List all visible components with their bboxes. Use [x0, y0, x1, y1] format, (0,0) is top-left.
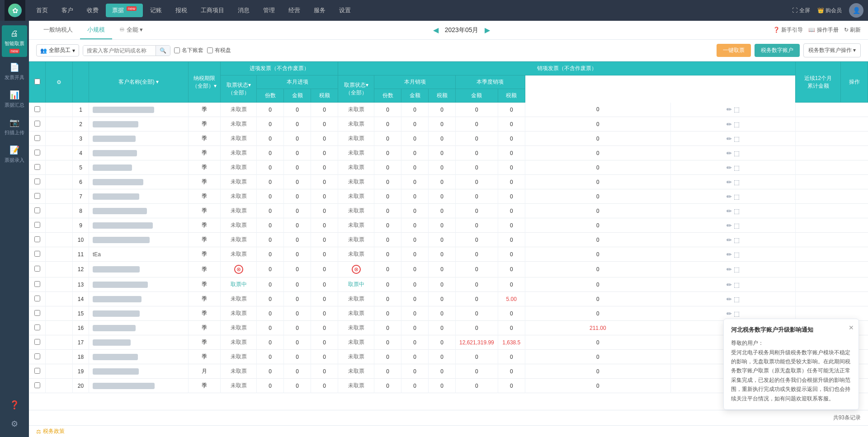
- sidebar-item-invoice-summary[interactable]: 📊 票据汇总: [2, 86, 27, 112]
- row-checkbox[interactable]: [34, 324, 40, 330]
- nav-account[interactable]: 记账: [144, 4, 168, 17]
- under-account-check[interactable]: [174, 47, 180, 53]
- nav-service[interactable]: 服务: [307, 4, 332, 17]
- fullscreen-button[interactable]: ⛶ 全屏: [792, 7, 810, 14]
- sidebar-item-invoice-entry[interactable]: 📝 票据录入: [2, 141, 27, 167]
- edit-icon[interactable]: ✏: [726, 106, 732, 113]
- row-check[interactable]: [29, 233, 46, 247]
- sidebar-item-config[interactable]: ⚙: [2, 415, 27, 432]
- copy-icon[interactable]: ⬚: [734, 251, 740, 258]
- row-check[interactable]: [29, 321, 46, 335]
- row-checkbox[interactable]: [34, 251, 40, 257]
- one-click-ticket-button[interactable]: 一键取票: [717, 44, 751, 57]
- copy-icon[interactable]: ⬚: [734, 106, 740, 113]
- employee-filter[interactable]: 👥 全部员工 ▾: [36, 44, 79, 56]
- row-checkbox[interactable]: [34, 296, 40, 301]
- sidebar-item-help[interactable]: ❓: [2, 396, 27, 414]
- select-all-checkbox[interactable]: [34, 79, 40, 85]
- copy-icon[interactable]: ⬚: [734, 179, 740, 186]
- edit-icon[interactable]: ✏: [726, 296, 732, 303]
- has-tax-disk-check[interactable]: [207, 47, 213, 53]
- search-input[interactable]: [83, 46, 156, 56]
- row-checkbox[interactable]: [34, 266, 40, 272]
- edit-icon[interactable]: ✏: [726, 251, 732, 258]
- row-check[interactable]: [29, 204, 46, 218]
- nav-invoice[interactable]: 票据 new: [106, 4, 143, 17]
- copy-icon[interactable]: ⬚: [734, 236, 740, 244]
- copy-icon[interactable]: ⬚: [734, 281, 740, 288]
- edit-icon[interactable]: ✏: [726, 150, 732, 157]
- row-checkbox[interactable]: [34, 135, 40, 141]
- row-check[interactable]: [29, 379, 46, 393]
- copy-icon[interactable]: ⬚: [734, 266, 740, 273]
- row-check[interactable]: [29, 160, 46, 175]
- refresh-button[interactable]: ↻ 刷新: [844, 26, 861, 34]
- tab-all-types[interactable]: ♾ 全能 ▾: [112, 21, 150, 39]
- row-check[interactable]: [29, 306, 46, 321]
- prev-month-button[interactable]: ◀: [430, 25, 441, 35]
- row-check[interactable]: [29, 277, 46, 292]
- copy-icon[interactable]: ⬚: [734, 207, 740, 215]
- row-check[interactable]: [29, 175, 46, 189]
- row-checkbox[interactable]: [34, 150, 40, 155]
- tab-general-taxpayer[interactable]: 一般纳税人: [36, 21, 80, 39]
- edit-icon[interactable]: ✏: [726, 281, 732, 288]
- copy-icon[interactable]: ⬚: [734, 193, 740, 200]
- copy-icon[interactable]: ⬚: [734, 150, 740, 157]
- edit-icon[interactable]: ✏: [726, 193, 732, 200]
- copy-icon[interactable]: ⬚: [734, 222, 740, 229]
- row-checkbox[interactable]: [34, 179, 40, 184]
- nav-business[interactable]: 工商项目: [194, 4, 231, 17]
- digital-ops-button[interactable]: 税务数字账户操作 ▾: [803, 43, 861, 57]
- user-avatar[interactable]: 👤: [849, 3, 863, 18]
- row-checkbox[interactable]: [34, 106, 40, 112]
- row-checkbox[interactable]: [34, 193, 40, 199]
- nav-home[interactable]: 首页: [30, 4, 54, 17]
- row-checkbox[interactable]: [34, 310, 40, 316]
- app-logo[interactable]: ✿: [5, 0, 25, 21]
- under-account-checkbox[interactable]: 名下账套: [174, 47, 203, 54]
- edit-icon[interactable]: ✏: [726, 135, 732, 142]
- row-checkbox[interactable]: [34, 207, 40, 213]
- edit-icon[interactable]: ✏: [726, 179, 732, 186]
- row-checkbox[interactable]: [34, 236, 40, 242]
- tax-policy-label[interactable]: 税务政策: [43, 428, 65, 435]
- copy-icon[interactable]: ⬚: [734, 296, 740, 303]
- row-check[interactable]: [29, 189, 46, 204]
- row-checkbox[interactable]: [34, 222, 40, 228]
- search-button[interactable]: 🔍: [156, 46, 170, 56]
- row-checkbox[interactable]: [34, 353, 40, 359]
- row-check[interactable]: [29, 146, 46, 160]
- row-check[interactable]: [29, 117, 46, 132]
- row-check[interactable]: [29, 350, 46, 364]
- edit-icon[interactable]: ✏: [726, 164, 732, 171]
- row-checkbox[interactable]: [34, 281, 40, 287]
- edit-icon[interactable]: ✏: [726, 121, 732, 128]
- row-check[interactable]: [29, 247, 46, 262]
- sidebar-item-scan-upload[interactable]: 📷 扫描上传: [2, 114, 27, 140]
- next-month-button[interactable]: ▶: [482, 25, 493, 35]
- copy-icon[interactable]: ⬚: [734, 310, 740, 317]
- tab-small-scale[interactable]: 小规模: [80, 21, 112, 39]
- has-tax-disk-checkbox[interactable]: 有税盘: [207, 47, 231, 54]
- nav-manage[interactable]: 管理: [257, 4, 281, 17]
- copy-icon[interactable]: ⬚: [734, 135, 740, 142]
- row-check[interactable]: [29, 132, 46, 146]
- popup-close-button[interactable]: ✕: [849, 323, 854, 333]
- row-check[interactable]: [29, 292, 46, 306]
- edit-icon[interactable]: ✏: [726, 310, 732, 317]
- edit-icon[interactable]: ✏: [726, 207, 732, 215]
- nav-settings[interactable]: 设置: [333, 4, 357, 17]
- row-check[interactable]: [29, 335, 46, 350]
- edit-icon[interactable]: ✏: [726, 236, 732, 244]
- row-checkbox[interactable]: [34, 368, 40, 374]
- new-guide-link[interactable]: ❓ 新手引导: [773, 26, 803, 34]
- row-checkbox[interactable]: [34, 121, 40, 127]
- manual-link[interactable]: 📖 操作手册: [808, 26, 838, 34]
- copy-icon[interactable]: ⬚: [734, 164, 740, 171]
- nav-customer[interactable]: 客户: [55, 4, 80, 17]
- nav-operation[interactable]: 经营: [282, 4, 307, 17]
- row-check[interactable]: [29, 103, 46, 117]
- row-check[interactable]: [29, 218, 46, 233]
- vip-button[interactable]: 👑 购会员: [817, 7, 842, 14]
